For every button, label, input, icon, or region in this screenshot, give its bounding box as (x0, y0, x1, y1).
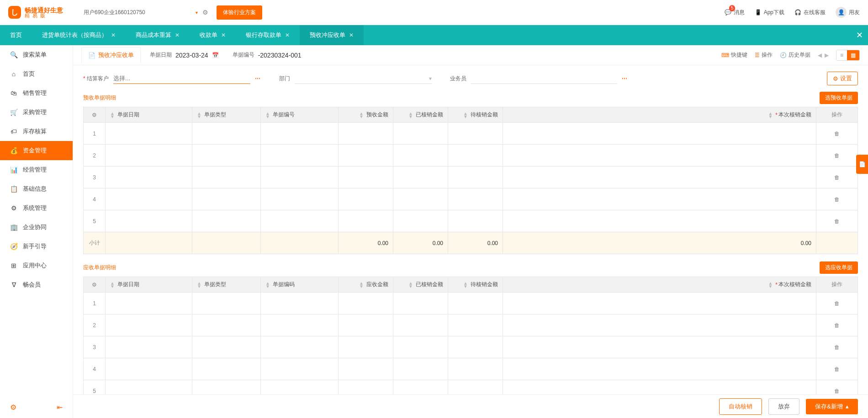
sidebar-item-8[interactable]: ⚙系统管理 (0, 199, 73, 218)
customer-field[interactable]: * 结算客户 ⋯ (83, 73, 261, 84)
sort-icon[interactable]: ▲▼ (265, 282, 270, 288)
user-menu[interactable]: 👤用友 (836, 7, 860, 18)
view-card-icon[interactable]: ▦ (847, 50, 859, 60)
close-icon[interactable]: ✕ (111, 32, 116, 38)
sort-icon[interactable]: ▲▼ (768, 112, 773, 118)
col-done[interactable]: ▲▼已核销金额 (393, 107, 448, 122)
sort-icon[interactable]: ▲▼ (463, 282, 468, 288)
document-tab[interactable]: 📄 预收冲应收单 (81, 47, 141, 63)
sort-icon[interactable]: ▲▼ (408, 282, 413, 288)
sort-icon[interactable]: ▲▼ (408, 112, 413, 118)
discard-button[interactable]: 放弃 (768, 398, 799, 415)
sidebar-item-2[interactable]: 🛍销售管理 (0, 84, 73, 103)
sort-icon[interactable]: ▲▼ (197, 282, 201, 288)
sidebar-item-3[interactable]: 🛒采购管理 (0, 103, 73, 122)
sidebar-item-10[interactable]: 🧭新手引导 (0, 237, 73, 256)
online-service-link[interactable]: 🎧在线客服 (794, 9, 826, 16)
table-gear[interactable]: ⚙ (84, 107, 106, 122)
col-no[interactable]: ▲▼单据编码 (261, 277, 339, 292)
row-delete[interactable]: 🗑 (816, 123, 857, 144)
sidebar-collapse-icon[interactable]: ⇤ (57, 403, 63, 412)
col-pend[interactable]: ▲▼待核销金额 (448, 107, 503, 122)
table-row[interactable]: 1🗑 (84, 123, 857, 145)
row-delete[interactable]: 🗑 (816, 314, 857, 336)
table-row[interactable]: 5🗑 (84, 210, 857, 232)
col-no[interactable]: ▲▼单据编号 (261, 107, 339, 122)
row-delete[interactable]: 🗑 (816, 358, 857, 380)
company-select[interactable]: 用户690企业1660120750 ▾ (84, 9, 198, 16)
dept-field[interactable]: 部门 ▾ (279, 73, 432, 84)
save-and-new-button[interactable]: 保存&新增▴ (806, 399, 858, 414)
sidebar-item-0[interactable]: 🔍搜索菜单 (0, 45, 73, 64)
company-settings-icon[interactable]: ⚙ (202, 9, 208, 16)
tab-2[interactable]: 商品成本重算✕ (126, 25, 190, 45)
sidebar-item-11[interactable]: ⊞应用中心 (0, 256, 73, 275)
select-receivable-button[interactable]: 选应收单据 (820, 261, 858, 274)
sales-more-icon[interactable]: ⋯ (622, 75, 628, 82)
page-next-icon[interactable]: ▶ (825, 52, 829, 58)
col-this[interactable]: ▲▼*本次核销金额 (503, 277, 816, 292)
sidebar-item-7[interactable]: 📋基础信息 (0, 179, 73, 199)
col-pre[interactable]: ▲▼预收金额 (339, 107, 393, 122)
col-date[interactable]: ▲▼单据日期 (106, 277, 192, 292)
col-done[interactable]: ▲▼已核销金额 (393, 277, 448, 292)
doc-date-field[interactable]: 单据日期 2023-03-24 📅 (150, 51, 219, 59)
close-icon[interactable]: ✕ (349, 32, 354, 38)
sidebar-item-5[interactable]: 💰资金管理 (0, 141, 73, 160)
sales-select[interactable] (471, 73, 617, 84)
row-delete[interactable]: 🗑 (816, 167, 857, 188)
operate-link[interactable]: ☰操作 (755, 51, 773, 59)
history-link[interactable]: 🕘历史单据 (780, 51, 810, 59)
table-row[interactable]: 2🗑 (84, 314, 857, 336)
sort-icon[interactable]: ▲▼ (197, 112, 201, 118)
auto-writeoff-button[interactable]: 自动核销 (719, 398, 762, 415)
col-pre[interactable]: ▲▼应收金额 (339, 277, 393, 292)
col-type[interactable]: ▲▼单据类型 (192, 107, 261, 122)
customer-input[interactable] (113, 73, 250, 84)
sort-icon[interactable]: ▲▼ (768, 282, 773, 288)
table-row[interactable]: 1🗑 (84, 293, 857, 314)
select-prepay-button[interactable]: 选预收单据 (820, 92, 858, 104)
right-drawer-tab[interactable]: 📄 (856, 155, 868, 174)
row-delete[interactable]: 🗑 (816, 210, 857, 232)
calendar-icon[interactable]: 📅 (212, 52, 219, 58)
row-delete[interactable]: 🗑 (816, 188, 857, 210)
table-row[interactable]: 2🗑 (84, 145, 857, 167)
close-icon[interactable]: ✕ (285, 32, 290, 38)
table-row[interactable]: 3🗑 (84, 167, 857, 188)
sort-icon[interactable]: ▲▼ (110, 112, 115, 118)
table-row[interactable]: 3🗑 (84, 336, 857, 358)
sort-icon[interactable]: ▲▼ (359, 112, 364, 118)
col-this[interactable]: ▲▼*本次核销金额 (503, 107, 816, 122)
tab-0[interactable]: 首页 (0, 25, 32, 45)
dept-select[interactable]: ▾ (295, 73, 432, 84)
sidebar-item-12[interactable]: ∇畅会员 (0, 275, 73, 294)
sidebar-item-9[interactable]: 🏢企业协同 (0, 218, 73, 237)
tab-close-all[interactable]: ✕ (851, 25, 868, 45)
sort-icon[interactable]: ▲▼ (265, 112, 270, 118)
shortcut-link[interactable]: ⌨快捷键 (721, 51, 747, 59)
table-gear[interactable]: ⚙ (84, 277, 106, 292)
view-list-icon[interactable]: ≡ (836, 50, 847, 60)
sidebar-settings-icon[interactable]: ⚙ (10, 403, 16, 412)
messages-link[interactable]: 💬 消息 5 (725, 9, 745, 16)
tab-4[interactable]: 银行存取款单✕ (236, 25, 300, 45)
sort-icon[interactable]: ▲▼ (359, 282, 364, 288)
table-row[interactable]: 4🗑 (84, 188, 857, 210)
table-row[interactable]: 4🗑 (84, 358, 857, 380)
settings-button[interactable]: ⚙设置 (827, 72, 858, 85)
close-icon[interactable]: ✕ (175, 32, 180, 38)
tab-1[interactable]: 进货单统计表（按商品）✕ (32, 25, 126, 45)
close-icon[interactable]: ✕ (221, 32, 226, 38)
col-pend[interactable]: ▲▼待核销金额 (448, 277, 503, 292)
row-delete[interactable]: 🗑 (816, 145, 857, 166)
tab-5[interactable]: 预收冲应收单✕ (300, 25, 364, 45)
tab-3[interactable]: 收款单✕ (190, 25, 236, 45)
row-delete[interactable]: 🗑 (816, 293, 857, 314)
sidebar-item-1[interactable]: ⌂首页 (0, 64, 73, 84)
col-type[interactable]: ▲▼单据类型 (192, 277, 261, 292)
sort-icon[interactable]: ▲▼ (110, 282, 115, 288)
sort-icon[interactable]: ▲▼ (463, 112, 468, 118)
view-toggle[interactable]: ≡ ▦ (836, 50, 860, 61)
app-download-link[interactable]: 📱App下载 (755, 9, 784, 16)
